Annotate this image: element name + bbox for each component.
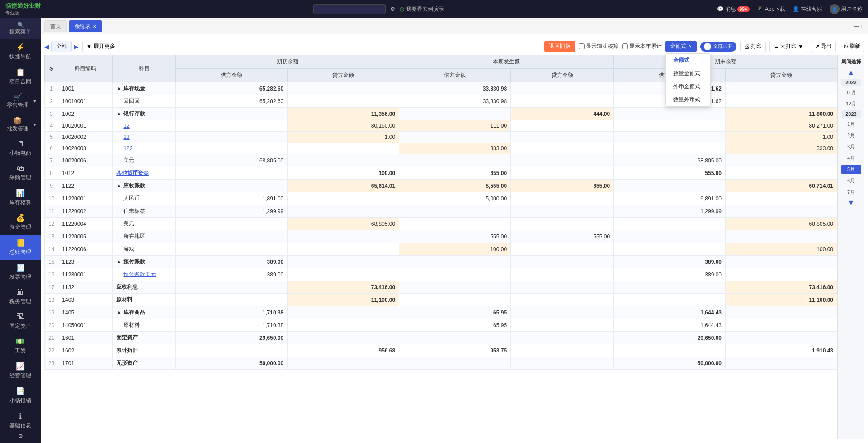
row-code: 14050001: [58, 319, 113, 332]
message-btn[interactable]: 💬 消息 99+: [717, 5, 750, 13]
top-search-input[interactable]: [313, 4, 386, 14]
app-download-btn[interactable]: 📱 App下载: [757, 5, 785, 13]
period-2023-2[interactable]: 2月: [841, 131, 861, 140]
export-icon: ↗: [815, 43, 820, 50]
opening-debit: 1,891.00: [176, 192, 288, 205]
opening-credit: [288, 82, 399, 95]
period-2022-12[interactable]: 12月: [841, 99, 861, 109]
full-expand-toggle[interactable]: 全部展开: [700, 42, 736, 52]
tab-minimize-btn[interactable]: —: [854, 23, 859, 29]
demo-link[interactable]: ◎ 我要看实例演示: [400, 5, 444, 13]
tab-home[interactable]: 首页: [44, 20, 67, 32]
opening-debit: [176, 281, 288, 294]
expand-more-btn[interactable]: ▼ 展开更多: [82, 41, 119, 52]
mode-qty-foreign[interactable]: 数量外币式: [666, 93, 710, 106]
sidebar-item-payroll[interactable]: 💵 工资: [0, 333, 41, 358]
closing-debit: [614, 294, 726, 306]
closing-credit: [726, 306, 837, 319]
tab-balance[interactable]: 余额表 ✕: [69, 20, 102, 32]
opening-credit: [288, 357, 399, 370]
cloud-print-btn[interactable]: ☁ 云打印 ▼: [769, 41, 807, 52]
refresh-btn[interactable]: ↻ 刷新: [840, 41, 864, 52]
user-avatar[interactable]: 👤 用户名称: [830, 4, 863, 14]
period-credit: [511, 120, 614, 132]
mode-amount[interactable]: 金额式: [666, 54, 710, 67]
sidebar-item-assets[interactable]: 🏗 固定资产: [0, 309, 41, 333]
period-debit: [399, 357, 511, 370]
period-2022-11[interactable]: 11月: [841, 88, 861, 97]
yearly-checkbox[interactable]: [622, 43, 628, 49]
sidebar-item-accounting[interactable]: 📒 总账管理: [0, 235, 41, 260]
period-credit: [511, 154, 614, 167]
col-settings[interactable]: ⚙: [45, 55, 58, 82]
opening-credit: [288, 205, 399, 218]
period-2023-3[interactable]: 3月: [841, 142, 861, 152]
period-2023-1[interactable]: 1月: [841, 119, 861, 129]
sidebar-item-ecommerce[interactable]: 🖥 小畅电商: [0, 136, 41, 161]
top-bar-left: 畅捷通好业财 专业版: [5, 2, 41, 16]
opening-debit: [176, 143, 288, 154]
table-row: 231701无形资产50,000.0050,000.00: [45, 357, 837, 370]
sidebar-item-quick[interactable]: ⚡ 快捷导航: [0, 39, 41, 64]
mode-foreign-amount[interactable]: 外币金额式: [666, 80, 710, 93]
sidebar-item-operations[interactable]: 📈 经营管理: [0, 358, 41, 383]
sidebar-item-retail[interactable]: 🛒 零售管理 ▼: [0, 89, 41, 113]
period-up-nav[interactable]: ▲: [848, 69, 855, 77]
mode-qty-amount[interactable]: 数量金额式: [666, 67, 710, 80]
sidebar-item-basic[interactable]: ℹ 基础信息: [0, 408, 41, 429]
sidebar-item-tax[interactable]: 🏛 税务管理: [0, 285, 41, 309]
period-debit: 655.00: [399, 167, 511, 180]
period-2023-5[interactable]: 5月: [841, 165, 861, 174]
sidebar-item-project[interactable]: 📋 项目合同: [0, 64, 41, 89]
payroll-icon: 💵: [16, 337, 25, 346]
balance-table: ⚙ 科目编码 科目 期初余额 本期发生额 期末余额 借方金额 贷方金额 借方金额: [44, 55, 837, 370]
period-2023-6[interactable]: 6月: [841, 176, 861, 186]
sidebar-item-wholesale[interactable]: 📦 批发管理 ▼: [0, 113, 41, 136]
row-num: 15: [45, 256, 58, 268]
sidebar: 🔍 搜索菜单 ⚡ 快捷导航 📋 项目合同 🛒 零售管理 ▼ 📦: [0, 18, 41, 443]
sidebar-search[interactable]: 🔍 搜索菜单: [0, 18, 41, 39]
subsidiary-checkbox[interactable]: [579, 43, 585, 49]
row-name: 人民币: [113, 192, 176, 205]
row-name[interactable]: 23: [113, 132, 176, 143]
sidebar-item-invoice[interactable]: 🧾 发票管理: [0, 260, 41, 285]
period-down-nav[interactable]: ▼: [848, 199, 855, 207]
period-credit: [511, 268, 614, 281]
closing-debit: 29,650.00: [614, 332, 726, 344]
period-2023-4[interactable]: 4月: [841, 153, 861, 163]
col-closing-header: 期末余额: [614, 55, 837, 69]
row-name[interactable]: 122: [113, 143, 176, 154]
closing-credit: 1.00: [726, 132, 837, 143]
export-btn[interactable]: ↗ 导出: [811, 41, 836, 52]
table-row: 1611230001预付账款美元389.00389.00: [45, 268, 837, 281]
opening-debit: 65,282.60: [176, 95, 288, 108]
row-code: 1132: [58, 281, 113, 294]
sidebar-item-sales[interactable]: 📑 小畅报销: [0, 383, 41, 408]
retail-expand-icon: ▼: [33, 99, 37, 104]
online-service-btn[interactable]: 👤 在线客服: [793, 5, 822, 13]
return-old-btn[interactable]: 退回旧版: [544, 41, 575, 52]
sidebar-item-purchase[interactable]: 🛍 采购管理: [0, 161, 41, 185]
col-code-header: 科目编码: [58, 55, 113, 82]
breadcrumb-forward-icon[interactable]: ▶: [74, 43, 79, 50]
sidebar-item-capital[interactable]: 💰 资金管理: [0, 210, 41, 235]
tab-close-balance[interactable]: ✕: [93, 24, 96, 29]
sidebar-item-inventory[interactable]: 📊 库存核算: [0, 185, 41, 210]
tab-bar: 首页 余额表 ✕ — □: [41, 18, 868, 34]
show-subsidiary-check[interactable]: 显示辅助核算: [579, 43, 618, 50]
mode-btn[interactable]: 金额式 ∧: [665, 41, 697, 52]
print-btn[interactable]: 🖨 打印: [740, 41, 766, 52]
accounting-icon: 📒: [16, 238, 25, 247]
row-name[interactable]: 其他货币资金: [113, 167, 176, 180]
settings-icon[interactable]: ⚙: [390, 6, 395, 12]
row-name[interactable]: 12: [113, 120, 176, 132]
breadcrumb-all[interactable]: 全部: [51, 41, 72, 52]
tab-maximize-btn[interactable]: □: [861, 23, 864, 29]
show-yearly-check[interactable]: 显示本年累计: [622, 43, 662, 50]
row-name[interactable]: 预付账款美元: [113, 268, 176, 281]
sidebar-settings[interactable]: ⚙: [0, 429, 41, 443]
period-credit: [511, 294, 614, 306]
breadcrumb-back-icon[interactable]: ◀: [44, 43, 49, 50]
sales-icon: 📑: [16, 387, 25, 395]
period-2023-7[interactable]: 7月: [841, 187, 861, 197]
